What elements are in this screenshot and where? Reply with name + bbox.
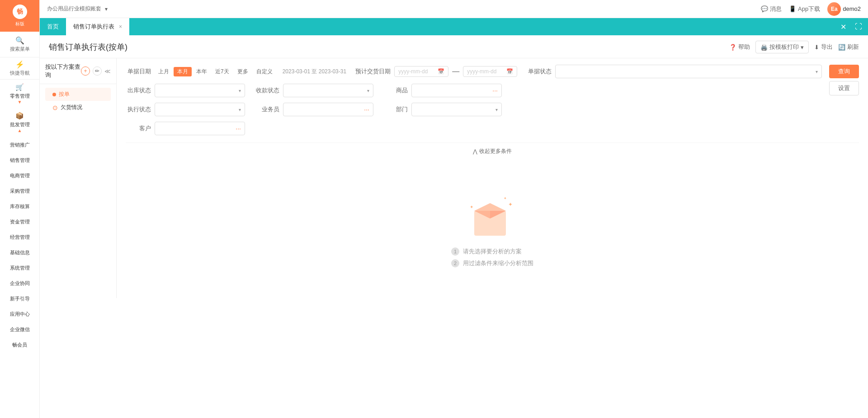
query-btn-group: 查询 设置 xyxy=(829,65,859,95)
backorder-icon: ⊙ xyxy=(52,104,58,111)
delivery-arrow: ▾ xyxy=(239,88,241,93)
sidebar-item-member[interactable]: 畅会员 xyxy=(0,337,39,352)
sidebar-item-appstore[interactable]: 应用中心 xyxy=(0,306,39,321)
content-area: ✦ ✦ ✦ 1 请先选择要分析的方案 xyxy=(117,168,868,298)
calendar-from-icon: 📅 xyxy=(438,68,444,75)
date-tab-more[interactable]: 更多 xyxy=(234,67,252,76)
print-arrow: ▾ xyxy=(801,44,804,51)
date-range-text: 2023-03-01 至 2023-03-31 xyxy=(283,68,346,76)
export-btn[interactable]: ⬇ 导出 xyxy=(814,43,833,51)
sidebar: 畅 标版 🔍 搜索菜单 ⚡ 快捷导航 🛒 零售管理 ▼ 📦 批发管理 ▲ 营销推… xyxy=(0,0,40,418)
page-title: 销售订单执行表(按单) xyxy=(49,42,127,52)
left-panel-header: 按以下方案查询 + ✏ ≪ xyxy=(40,58,116,84)
wholesale-icon: 📦 xyxy=(15,112,24,120)
breadcrumb: 办公用品行业模拟账套 xyxy=(47,5,101,13)
date-from-input[interactable]: yyyy-mm-dd 📅 xyxy=(394,66,448,77)
sidebar-item-wholesale[interactable]: 📦 批发管理 ▲ xyxy=(0,108,39,137)
query-button[interactable]: 查询 xyxy=(829,65,859,78)
svg-text:✦: ✦ xyxy=(508,201,513,208)
search-icon: 🔍 xyxy=(15,36,24,45)
sidebar-item-basic[interactable]: 基础信息 xyxy=(0,244,39,260)
sidebar-item-inventory[interactable]: 库存核算 xyxy=(0,198,39,214)
sidebar-item-purchase[interactable]: 采购管理 xyxy=(0,183,39,198)
svg-text:✦: ✦ xyxy=(470,204,473,209)
dept-select[interactable]: ▾ xyxy=(411,103,502,116)
plan-section: 按单 ⊙ 欠货情况 xyxy=(40,84,116,118)
hint-item-2: 2 用过滤条件来缩小分析范围 xyxy=(451,259,533,267)
help-btn[interactable]: ❓ 帮助 xyxy=(729,43,750,51)
right-content: 单据日期 上月 本月 本年 近7天 更多 自定义 xyxy=(117,58,868,298)
goods-input[interactable]: ··· xyxy=(411,84,502,97)
exec-select[interactable]: ▾ xyxy=(155,103,245,116)
empty-state: ✦ ✦ ✦ 1 请先选择要分析的方案 xyxy=(451,168,533,298)
filter-row-3: 执行状态 ▾ 业务员 xyxy=(126,103,822,116)
nav-icon: ⚡ xyxy=(15,60,24,69)
plan-item-backorder[interactable]: ⊙ 欠货情况 xyxy=(45,101,111,114)
payment-select[interactable]: ▾ xyxy=(283,84,373,97)
tab-label: 销售订单执行表 xyxy=(73,23,114,31)
message-icon: 💬 xyxy=(761,5,768,12)
plan-item-by-order[interactable]: 按单 xyxy=(45,88,111,101)
date-tab-custom[interactable]: 自定义 xyxy=(253,67,276,76)
sidebar-item-system[interactable]: 系统管理 xyxy=(0,260,39,275)
status-select[interactable]: ▾ xyxy=(555,65,822,78)
filter-row-2: 出库状态 ▾ 收款状态 xyxy=(126,84,822,97)
date-from-placeholder: yyyy-mm-dd xyxy=(398,68,428,75)
tab-close-all-icon[interactable]: ✕ xyxy=(837,21,849,33)
quick-nav[interactable]: ⚡ 快捷导航 xyxy=(0,57,39,80)
refresh-icon: 🔄 xyxy=(838,44,845,51)
empty-illustration: ✦ ✦ ✦ xyxy=(465,195,519,240)
add-plan-btn[interactable]: + xyxy=(81,66,90,76)
dept-group: 部门 ▾ xyxy=(382,103,502,116)
date-tab-this-year[interactable]: 本年 xyxy=(193,67,211,76)
sidebar-item-marketing[interactable]: 营销推广 xyxy=(0,137,39,152)
page-content: 销售订单执行表(按单) ❓ 帮助 🖨️ 按模板打印 ▾ ⬇ 导出 xyxy=(40,35,868,418)
sidebar-item-ecommerce[interactable]: 电商管理 xyxy=(0,167,39,183)
date-tab-last-month[interactable]: 上月 xyxy=(155,67,173,76)
home-label: 首页 xyxy=(47,23,59,31)
tab-close-btn[interactable]: × xyxy=(119,24,122,30)
tab-bar: 首页 销售订单执行表 × ✕ ⛶ xyxy=(40,18,868,35)
print-btn[interactable]: 🖨️ 按模板打印 ▾ xyxy=(755,41,809,53)
edit-plan-btn[interactable]: ✏ xyxy=(93,66,102,76)
sidebar-item-sales[interactable]: 销售管理 xyxy=(0,152,39,167)
sidebar-item-finance[interactable]: 资金管理 xyxy=(0,214,39,229)
goods-group: 商品 ··· xyxy=(382,84,502,97)
sidebar-item-newbie[interactable]: 新手引导 xyxy=(0,290,39,306)
delivery-select[interactable]: ▾ xyxy=(155,84,245,97)
download-icon: 📱 xyxy=(789,5,796,12)
goods-dots: ··· xyxy=(492,87,498,94)
sidebar-item-wechat[interactable]: 企业微信 xyxy=(0,321,39,337)
topbar: 办公用品行业模拟账套 ▾ 💬 消息 📱 App下载 Ea demo2 xyxy=(40,0,868,18)
search-menu[interactable]: 🔍 搜索菜单 xyxy=(0,32,39,57)
refresh-btn[interactable]: 🔄 刷新 xyxy=(838,43,859,51)
date-tab-this-month[interactable]: 本月 xyxy=(174,67,192,76)
page-inner: 销售订单执行表(按单) ❓ 帮助 🖨️ 按模板打印 ▾ ⬇ 导出 xyxy=(40,35,868,418)
settings-button[interactable]: 设置 xyxy=(829,81,859,95)
expected-date-label: 预计交货日期 xyxy=(355,67,391,76)
app-logo: 畅 标版 xyxy=(0,0,39,32)
tab-home[interactable]: 首页 xyxy=(40,18,66,35)
date-to-input[interactable]: yyyy-mm-dd 📅 xyxy=(463,66,517,77)
salesperson-input[interactable]: ··· xyxy=(283,103,373,116)
app-download-btn[interactable]: 📱 App下载 xyxy=(789,5,820,13)
salesperson-group: 业务员 ··· xyxy=(254,103,373,116)
customer-input[interactable]: ··· xyxy=(155,122,245,135)
date-label: 单据日期 xyxy=(126,67,151,76)
sidebar-item-retail[interactable]: 🛒 零售管理 ▼ xyxy=(0,80,39,108)
tab-fullscreen-icon[interactable]: ⛶ xyxy=(853,21,864,33)
user-profile[interactable]: Ea demo2 xyxy=(827,2,861,16)
sidebar-item-enterprise[interactable]: 企业协同 xyxy=(0,275,39,290)
date-tab-7days[interactable]: 近7天 xyxy=(212,67,233,76)
collapse-left-btn[interactable]: ≪ xyxy=(104,68,111,75)
status-label: 单据状态 xyxy=(526,67,552,76)
messages-btn[interactable]: 💬 消息 xyxy=(761,5,782,13)
retail-icon: 🛒 xyxy=(15,83,24,91)
exec-label: 执行状态 xyxy=(126,105,151,114)
collapse-btn[interactable]: ⋀ 收起更多条件 xyxy=(126,145,859,158)
tab-sales-order[interactable]: 销售订单执行表 × xyxy=(66,18,129,35)
active-dot xyxy=(52,93,56,96)
breadcrumb-dropdown[interactable]: ▾ xyxy=(105,6,108,12)
collapse-area: ⋀ 收起更多条件 xyxy=(126,142,859,162)
sidebar-item-operation[interactable]: 经营管理 xyxy=(0,229,39,244)
